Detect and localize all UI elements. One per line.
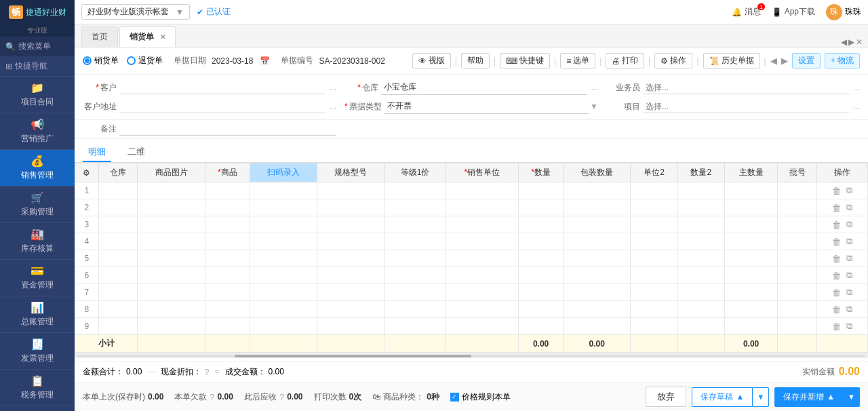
save-new-dropdown[interactable]: ▼ — [844, 387, 860, 407]
project-dots[interactable]: ... — [853, 102, 860, 111]
row-image[interactable] — [138, 250, 205, 267]
row-spec[interactable] — [317, 182, 384, 199]
row-copy-btn[interactable]: ⧉ — [845, 304, 854, 315]
row-quantity[interactable] — [519, 182, 564, 199]
warehouse-dots[interactable]: ... — [591, 83, 598, 92]
row-price1[interactable] — [384, 199, 446, 216]
row-qty2[interactable] — [677, 216, 724, 233]
sidebar-item-accounts[interactable]: 📊 总账管理 — [0, 296, 75, 333]
row-delete-btn[interactable]: 🗑 — [831, 202, 842, 213]
row-batch[interactable] — [778, 250, 817, 267]
row-copy-btn[interactable]: ⧉ — [845, 270, 854, 281]
row-main-qty[interactable] — [724, 267, 778, 284]
row-delete-btn[interactable]: 🗑 — [831, 270, 842, 281]
row-image[interactable] — [138, 267, 205, 284]
row-qty2[interactable] — [677, 233, 724, 250]
row-spec[interactable] — [317, 216, 384, 233]
row-copy-btn[interactable]: ⧉ — [845, 219, 854, 230]
row-warehouse[interactable] — [98, 284, 138, 301]
save-draft-button[interactable]: 保存草稿 ▲ — [692, 387, 753, 407]
sidebar-item-invoice[interactable]: 🧾 发票管理 — [0, 333, 75, 370]
row-sales-unit[interactable] — [446, 182, 519, 199]
row-main-qty[interactable] — [724, 199, 778, 216]
row-price1[interactable] — [384, 267, 446, 284]
sidebar-item-projects[interactable]: 📁 项目合同 — [0, 77, 75, 113]
row-delete-btn[interactable]: 🗑 — [831, 253, 842, 264]
row-spec[interactable] — [317, 318, 384, 335]
row-image[interactable] — [138, 182, 205, 199]
row-spec[interactable] — [317, 250, 384, 267]
row-qty2[interactable] — [677, 182, 724, 199]
row-delete-btn[interactable]: 🗑 — [831, 304, 842, 315]
sidebar-search-item[interactable]: 🔍 搜索菜单 — [0, 37, 75, 56]
row-pack-qty[interactable] — [563, 318, 630, 335]
row-batch[interactable] — [778, 267, 817, 284]
tab-close-all-icon[interactable]: ✕ — [856, 37, 863, 47]
row-unit2[interactable] — [631, 199, 677, 216]
row-barcode[interactable] — [250, 267, 317, 284]
row-sales-unit[interactable] — [446, 199, 519, 216]
row-sales-unit[interactable] — [446, 250, 519, 267]
row-spec[interactable] — [317, 267, 384, 284]
after-help-icon[interactable]: ? — [279, 392, 284, 402]
customer-dots[interactable]: ... — [330, 83, 336, 92]
save-draft-dropdown[interactable]: ▼ — [753, 387, 769, 407]
row-barcode[interactable] — [250, 216, 317, 233]
row-warehouse[interactable] — [98, 267, 138, 284]
col-barcode[interactable]: 扫码录入 — [250, 163, 317, 182]
row-batch[interactable] — [778, 284, 817, 301]
row-price1[interactable] — [384, 233, 446, 250]
row-product[interactable] — [205, 301, 250, 318]
row-main-qty[interactable] — [724, 250, 778, 267]
row-qty2[interactable] — [677, 301, 724, 318]
row-quantity[interactable] — [519, 301, 564, 318]
salesperson-input[interactable] — [643, 81, 849, 94]
row-pack-qty[interactable] — [563, 216, 630, 233]
row-batch[interactable] — [778, 199, 817, 216]
row-image[interactable] — [138, 301, 205, 318]
row-main-qty[interactable] — [724, 284, 778, 301]
row-main-qty[interactable] — [724, 216, 778, 233]
row-barcode[interactable] — [250, 250, 317, 267]
row-batch[interactable] — [778, 318, 817, 335]
tab-detail[interactable]: 明细 — [83, 143, 111, 162]
row-unit2[interactable] — [631, 284, 677, 301]
row-batch[interactable] — [778, 182, 817, 199]
row-copy-btn[interactable]: ⧉ — [845, 321, 854, 332]
user-menu[interactable]: 珠 珠珠 — [826, 4, 861, 20]
tab-close-icon[interactable]: ✕ — [160, 33, 165, 41]
radio-sales-order[interactable]: 销货单 — [83, 55, 119, 66]
help-icon[interactable]: ? — [204, 367, 209, 377]
row-sales-unit[interactable] — [446, 301, 519, 318]
row-product[interactable] — [205, 267, 250, 284]
row-product[interactable] — [205, 233, 250, 250]
row-pack-qty[interactable] — [563, 267, 630, 284]
shortcut-btn[interactable]: ⌨ 快捷键 — [500, 53, 550, 68]
row-delete-btn[interactable]: 🗑 — [831, 287, 842, 298]
row-quantity[interactable] — [519, 318, 564, 335]
row-unit2[interactable] — [631, 250, 677, 267]
messages-btn[interactable]: 🔔 消息 1 — [732, 6, 761, 18]
operate-btn[interactable]: ⚙ 操作 — [654, 53, 692, 68]
row-pack-qty[interactable] — [563, 301, 630, 318]
row-unit2[interactable] — [631, 233, 677, 250]
row-quantity[interactable] — [519, 267, 564, 284]
row-copy-btn[interactable]: ⧉ — [845, 202, 854, 213]
sidebar-item-purchase[interactable]: 🛒 采购管理 — [0, 187, 75, 223]
row-qty2[interactable] — [677, 267, 724, 284]
row-product[interactable] — [205, 216, 250, 233]
row-quantity[interactable] — [519, 233, 564, 250]
app-download-btn[interactable]: 📱 App下载 — [772, 6, 815, 18]
debt-help-icon[interactable]: ? — [210, 392, 214, 402]
row-copy-btn[interactable]: ⧉ — [845, 185, 854, 196]
sidebar-item-inventory[interactable]: 🏭 库存核算 — [0, 223, 75, 260]
row-barcode[interactable] — [250, 301, 317, 318]
history-btn[interactable]: 📜 历史单据 — [703, 53, 760, 68]
row-spec[interactable] — [317, 284, 384, 301]
sidebar-item-funds[interactable]: 💳 资金管理 — [0, 260, 75, 296]
row-product[interactable] — [205, 250, 250, 267]
add-logistics-btn[interactable]: + 物流 — [825, 53, 860, 68]
row-delete-btn[interactable]: 🗑 — [831, 185, 842, 196]
row-sales-unit[interactable] — [446, 318, 519, 335]
customer-input[interactable] — [119, 81, 326, 94]
